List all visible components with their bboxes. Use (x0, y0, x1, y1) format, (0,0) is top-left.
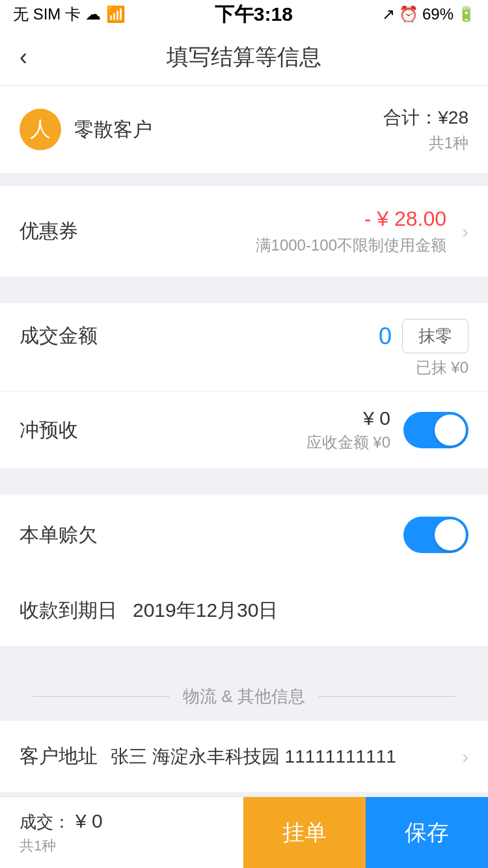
bottom-bar: 成交： ¥ 0 共1种 挂单 保存 (0, 796, 488, 868)
logistics-header: 物流 & 其他信息 (0, 672, 488, 721)
bottom-deal-amount: ¥ 0 (75, 810, 103, 832)
prepay-row: 冲预收 ¥ 0 应收金额 ¥0 (0, 392, 488, 468)
address-row[interactable]: 客户地址 张三 海淀永丰科技园 11111111111 › (0, 721, 488, 792)
address-section: 客户地址 张三 海淀永丰科技园 11111111111 › (0, 721, 488, 792)
battery-icon: 🔋 (457, 6, 475, 23)
prepay-sub-text: 应收金额 ¥0 (306, 432, 390, 453)
credit-section: 本单赊欠 收款到期日 2019年12月30日 (0, 495, 488, 646)
customer-name: 零散客户 (74, 116, 152, 143)
customer-left: 人 零散客户 (20, 109, 152, 150)
status-bar: 无 SIM 卡 ☁ 📶 下午3:18 ↗ ⏰ 69% 🔋 (0, 0, 488, 29)
avatar: 人 (20, 109, 61, 150)
status-right: ↗ ⏰ 69% 🔋 (382, 5, 475, 23)
credit-label: 本单赊欠 (20, 522, 98, 549)
divider-2 (0, 481, 488, 495)
save-button[interactable]: 保存 (366, 797, 488, 868)
coupon-right: - ¥ 28.00 满1000-100不限制使用金额 › (256, 207, 468, 256)
coupon-chevron-icon: › (462, 221, 468, 243)
deal-amount-row: 成交金额 0 抹零 已抹 ¥0 (0, 303, 488, 392)
due-date-value[interactable]: 2019年12月30日 (133, 597, 278, 624)
prepay-amounts: ¥ 0 应收金额 ¥0 (306, 407, 390, 453)
deal-amount-label: 成交金额 (20, 323, 98, 349)
bottom-info: 成交： ¥ 0 共1种 (0, 797, 243, 868)
logistics-title: 物流 & 其他信息 (183, 685, 305, 708)
amount-row-top: 成交金额 0 抹零 (20, 319, 468, 353)
hang-button[interactable]: 挂单 (243, 797, 366, 868)
total-count: 共1种 (383, 133, 468, 154)
deal-amount-section: 成交金额 0 抹零 已抹 ¥0 冲预收 ¥ 0 应收金额 ¥0 (0, 303, 488, 468)
address-value: 张三 海淀永丰科技园 11111111111 (98, 744, 457, 769)
wifi-icon: 📶 (106, 5, 126, 23)
round-zero-button[interactable]: 抹零 (402, 319, 468, 353)
status-time: 下午3:18 (215, 1, 293, 28)
page-title: 填写结算等信息 (167, 42, 321, 72)
prepay-right: ¥ 0 应收金额 ¥0 (306, 407, 468, 453)
address-label: 客户地址 (20, 743, 98, 770)
credit-toggle-knob (435, 519, 466, 550)
divider-3 (0, 659, 488, 672)
bottom-deal-label: 成交： (20, 811, 70, 834)
location-icon: ↗ (382, 5, 395, 23)
customer-row: 人 零散客户 合计：¥28 共1种 (0, 86, 488, 173)
address-chevron-icon: › (462, 746, 468, 768)
bottom-count: 共1种 (20, 836, 243, 856)
nav-bar: ‹ 填写结算等信息 (0, 29, 488, 86)
deal-amount-sub: 已抹 ¥0 (20, 357, 468, 378)
divider-1 (0, 290, 488, 303)
alarm-icon: ⏰ (399, 5, 418, 23)
coupon-desc: 满1000-100不限制使用金额 (256, 235, 446, 256)
credit-row: 本单赊欠 (0, 495, 488, 575)
total-amount: 合计：¥28 (383, 105, 468, 130)
customer-right: 合计：¥28 共1种 (383, 105, 468, 154)
coupon-detail: - ¥ 28.00 满1000-100不限制使用金额 (256, 207, 446, 256)
sim-label: 无 SIM 卡 ☁ (13, 4, 101, 25)
prepay-toggle-knob (435, 414, 466, 446)
coupon-row[interactable]: 优惠券 - ¥ 28.00 满1000-100不限制使用金额 › (0, 186, 488, 277)
coupon-discount: - ¥ 28.00 (256, 207, 446, 231)
prepay-main-amount: ¥ 0 (306, 407, 390, 429)
back-button[interactable]: ‹ (20, 44, 27, 71)
coupon-section: 优惠券 - ¥ 28.00 满1000-100不限制使用金额 › (0, 186, 488, 277)
deal-amount-value[interactable]: 0 (379, 323, 392, 350)
deal-amount-right: 0 抹零 (379, 319, 468, 353)
status-left: 无 SIM 卡 ☁ 📶 (13, 4, 126, 25)
prepay-label: 冲预收 (20, 417, 78, 444)
prepay-toggle[interactable] (403, 412, 468, 448)
due-date-row: 收款到期日 2019年12月30日 (0, 575, 488, 646)
due-date-label: 收款到期日 (20, 597, 117, 624)
battery-label: 69% (422, 5, 454, 23)
credit-toggle[interactable] (403, 517, 468, 553)
coupon-label: 优惠券 (20, 218, 78, 245)
